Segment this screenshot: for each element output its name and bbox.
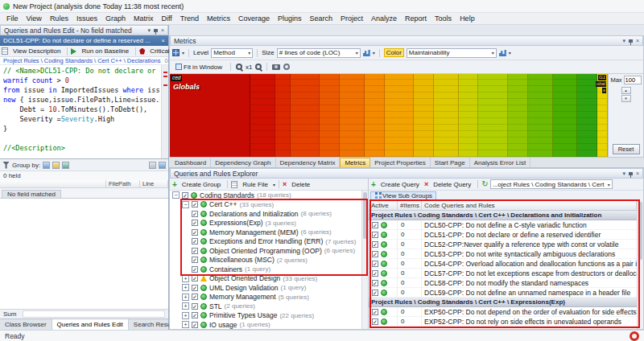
expander-icon[interactable]: +	[182, 321, 189, 328]
doc-tab-metrics[interactable]: Metrics	[340, 158, 370, 167]
fit-in-window-button[interactable]: Fit in Window	[172, 62, 225, 72]
checkbox-checked-icon[interactable]: ✓	[372, 232, 378, 238]
expander-icon[interactable]: −	[182, 201, 189, 208]
chevron-down-icon[interactable]: ▾	[182, 50, 184, 55]
query-tab-dcl51[interactable]: DCL51-CPP: Do not declare or define a re…	[0, 35, 168, 46]
rule-row[interactable]: ✓0DCL57-CPP: Do not let exceptions escap…	[369, 269, 637, 278]
checkbox-checked-icon[interactable]: ✓	[192, 266, 198, 273]
doc-tab-dashboard[interactable]: Dashboard	[171, 158, 211, 167]
tree-item-miscellaneous-msc[interactable]: ✓Miscellaneous (MSC)(2 queries)	[170, 256, 361, 265]
expander-icon[interactable]: +	[182, 294, 189, 301]
filter-icon[interactable]	[2, 162, 10, 169]
checkbox-checked-icon[interactable]: ✓	[192, 275, 198, 281]
checkbox-checked-icon[interactable]: ✓	[372, 270, 378, 277]
treemap-cell[interactable]	[528, 74, 553, 157]
scope-select[interactable]: ...oject Rules \ Coding Standards \ Cert…	[490, 179, 613, 189]
pin-icon[interactable]	[629, 172, 633, 175]
checkbox-checked-icon[interactable]: ✓	[182, 192, 188, 199]
rule-row[interactable]: ✓0EXP52-CPP: Do not rely on side effects…	[369, 317, 637, 327]
doc-tab-start-page[interactable]: Start Page	[431, 158, 470, 167]
checkbox-checked-icon[interactable]: ✓	[192, 201, 198, 207]
treemap-cell[interactable]	[291, 74, 320, 157]
code-editor[interactable]: // <Name>DCL51-CPP: Do not declare or de…	[3, 66, 160, 158]
close-icon[interactable]: ×	[636, 38, 639, 43]
treemap-cell[interactable]	[340, 74, 365, 157]
rule-row[interactable]: ✓0DCL53-CPP: Do not write syntactically …	[369, 249, 637, 259]
menu-item-trend[interactable]: Trend	[176, 14, 203, 23]
results-tab-class-browser[interactable]: Class Browser	[0, 319, 52, 330]
rule-row[interactable]: ✓0DCL59-CPP: Do not define an unnamed na…	[369, 288, 637, 298]
doc-tab-analysis-error-list[interactable]: Analysis Error List	[470, 158, 530, 167]
rule-row[interactable]: ✓0EXP50-CPP: Do not depend on the order …	[369, 307, 637, 317]
color-select[interactable]: Maintainability ▾	[407, 48, 497, 58]
delete-query-button[interactable]: Delete Query	[430, 179, 474, 189]
checkbox-checked-icon[interactable]: ✓	[372, 222, 378, 228]
tree-item-io-usage[interactable]: +✓IO usage(1 queries)	[170, 320, 361, 329]
rule-row[interactable]: ✓0DCL50-CPP: Do not define a C-style var…	[369, 220, 637, 230]
camera-icon[interactable]	[272, 64, 280, 70]
rule-row[interactable]: ✓0DCL54-CPP: Overload allocation and dea…	[369, 259, 637, 269]
checkbox-checked-icon[interactable]: ✓	[372, 251, 378, 257]
chevron-down-icon[interactable]: ▾	[622, 170, 625, 177]
treemap-cell[interactable]	[553, 74, 578, 157]
close-icon[interactable]: ×	[636, 170, 639, 176]
menu-item-analyze[interactable]: Analyze	[367, 14, 401, 23]
menu-item-project[interactable]: Project	[336, 14, 367, 23]
checkbox-checked-icon[interactable]: ✓	[192, 257, 198, 263]
checkbox-checked-icon[interactable]: ✓	[372, 280, 378, 286]
checkbox-checked-icon[interactable]: ✓	[372, 290, 378, 296]
menu-item-help[interactable]: Help	[456, 14, 479, 23]
chevron-down-icon[interactable]: ▾	[509, 50, 511, 55]
delete-group-button[interactable]: Delete	[288, 179, 313, 189]
rule-row[interactable]: ✓0DCL58-CPP: Do not modify the standard …	[369, 278, 637, 288]
checkbox-checked-icon[interactable]: ✓	[192, 229, 198, 236]
checkbox-checked-icon[interactable]: ✓	[192, 248, 198, 254]
tree-item-memory-management-mem[interactable]: ✓Memory Management (MEM)(6 queries)	[170, 228, 361, 237]
menu-item-coverage[interactable]: Coverage	[234, 14, 274, 23]
treemap-cell[interactable]	[478, 74, 508, 157]
column-main[interactable]	[0, 180, 106, 187]
tree-item-cert-c[interactable]: −✓Cert C++(33 queries)	[170, 200, 361, 210]
checkbox-checked-icon[interactable]: ✓	[192, 322, 198, 328]
checkbox-checked-icon[interactable]: ✓	[192, 220, 198, 226]
tree-item-exceptions-and-error-handling-err[interactable]: ✓Exceptions and Error Handling (ERR)(7 q…	[170, 237, 361, 247]
run-on-baseline-button[interactable]: Run on Baseline	[78, 47, 132, 56]
pin-icon[interactable]	[154, 29, 158, 32]
results-tab-queries-and-rules-edit[interactable]: Queries and Rules Edit	[52, 319, 129, 330]
column-filepath[interactable]: FilePath	[106, 180, 140, 187]
treemap-cell[interactable]	[385, 74, 415, 157]
rule-row[interactable]: ✓0DCL51-CPP: Do not declare or define a …	[369, 230, 637, 240]
tree-item-stl[interactable]: +✓STL(2 queries)	[170, 302, 361, 311]
group-columns-icon[interactable]	[43, 162, 50, 169]
checkbox-checked-icon[interactable]: ✓	[192, 285, 198, 291]
treemap-cell[interactable]	[414, 74, 434, 157]
menu-item-search[interactable]: Search	[306, 14, 337, 23]
chevron-down-icon[interactable]: ▾	[147, 27, 151, 34]
menu-item-tools[interactable]: Tools	[431, 14, 456, 23]
size-select[interactable]: # lines of code (LOC) ▾	[277, 48, 361, 58]
checkbox-checked-icon[interactable]: ✓	[192, 312, 198, 318]
menu-item-report[interactable]: Report	[401, 14, 431, 23]
checkbox-checked-icon[interactable]: ✓	[192, 238, 198, 244]
menu-item-metrics[interactable]: Metrics	[203, 14, 234, 23]
tree-item-coding-standards[interactable]: −✓Coding Standards(18 queries)	[170, 191, 361, 200]
doc-tab-dependency-graph[interactable]: Dependency Graph	[211, 158, 275, 167]
treemap-cell[interactable]	[508, 74, 528, 157]
refresh-icon[interactable]: ↻	[481, 180, 488, 188]
checkbox-checked-icon[interactable]: ✓	[192, 294, 198, 300]
checkbox-checked-icon[interactable]: ✓	[372, 241, 378, 248]
menu-item-diff[interactable]: Diff	[157, 14, 175, 23]
rule-file-button[interactable]: Rule File	[239, 179, 271, 189]
code-scrollbar[interactable]	[161, 65, 168, 158]
tree-item-memory-management[interactable]: +✓Memory Management(5 queries)	[170, 293, 361, 302]
tree-item-primitive-types-usage[interactable]: +✓Primitive Types Usage(22 queries)	[170, 311, 361, 321]
checkbox-checked-icon[interactable]: ✓	[372, 261, 378, 267]
sort-icon[interactable]	[52, 162, 60, 169]
chevron-down-icon[interactable]: ▾	[622, 38, 625, 44]
column-queries-rules[interactable]: Code Queries and Rules	[422, 201, 637, 210]
menu-item-file[interactable]: File	[2, 14, 23, 23]
zoom-out-icon[interactable]	[236, 64, 242, 70]
treemap-cell[interactable]	[250, 74, 275, 157]
level-select[interactable]: Method ▾	[211, 48, 253, 58]
view-sub-groups-button[interactable]: View Sub Groups	[370, 191, 436, 200]
